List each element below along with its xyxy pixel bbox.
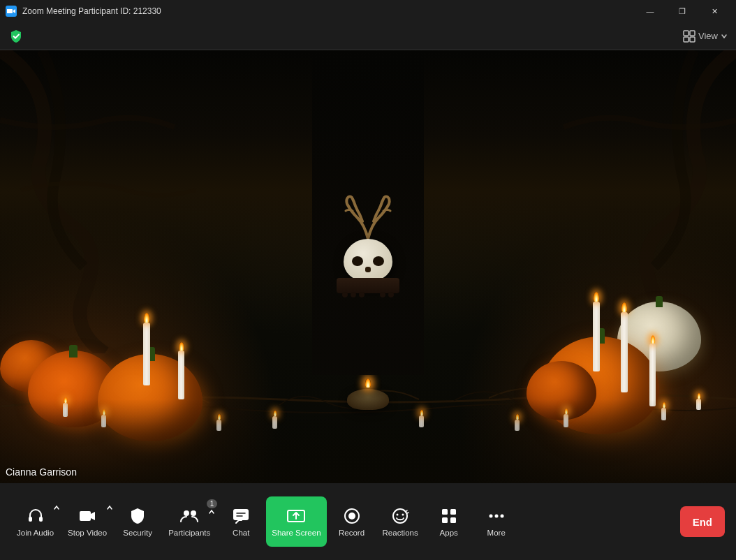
candle-right-tall1 [593,302,600,371]
svg-rect-7 [80,511,91,521]
maximize-button[interactable]: ❐ [666,0,698,22]
record-label: Record [339,529,365,537]
view-label: View [698,31,718,41]
svg-point-16 [348,513,355,520]
view-icon [683,30,695,43]
title-bar-left: Zoom Meeting Participant ID: 212330 [6,6,161,17]
svg-point-25 [494,515,498,518]
security-label: Security [123,529,152,537]
title-bar: Zoom Meeting Participant ID: 212330 — ❐ … [0,0,736,22]
participants-caret[interactable] [206,506,217,517]
join-audio-button[interactable]: Join Audio [11,496,59,547]
svg-point-24 [489,515,492,518]
apps-button[interactable]: Apps [427,496,471,547]
stop-video-caret[interactable] [104,502,115,513]
svg-point-8 [184,510,189,516]
antlers-icon [333,193,403,242]
dots-icon [487,506,506,526]
svg-rect-1 [684,31,689,36]
bottom-toolbar: Join Audio Stop Video [0,483,736,560]
svg-rect-10 [233,509,249,520]
record-button[interactable]: Record [330,496,374,547]
skull [344,239,392,281]
chat-button[interactable]: Chat [219,496,263,547]
stop-video-button[interactable]: Stop Video [62,496,112,547]
apps-icon [439,506,459,526]
chat-label: Chat [233,529,249,537]
emoji-icon [390,506,410,526]
stop-video-label: Stop Video [68,529,107,537]
chevron-down-icon [721,33,728,40]
zoom-logo-icon [6,6,17,17]
share-screen-button[interactable]: Share Screen [266,496,326,547]
hands [337,278,399,293]
join-audio-label: Join Audio [17,529,54,537]
svg-point-18 [397,514,399,516]
ground-fade [0,399,736,483]
share-screen-icon [286,506,306,526]
window-controls: — ❐ ✕ [634,0,730,22]
svg-rect-6 [39,517,43,522]
svg-rect-3 [684,37,689,42]
reactions-label: Reactions [383,529,418,537]
security-button[interactable]: Security [115,496,160,547]
end-button[interactable]: End [680,506,725,537]
toolbar-items: Join Audio Stop Video [11,496,680,547]
reactions-button[interactable]: Reactions [377,496,424,547]
people-icon [179,506,199,526]
participant-name: Cianna Garrison [6,466,77,478]
video-area: Cianna Garrison [0,50,736,483]
svg-rect-22 [442,517,448,523]
meeting-toolbar: View [0,22,736,50]
candle-right-tall3 [649,344,656,406]
svg-rect-4 [690,37,695,42]
svg-point-9 [191,510,196,516]
candle-right-tall2 [621,312,628,392]
view-button[interactable]: View [683,30,728,43]
candle-left-tall [143,323,150,385]
record-icon [342,506,362,526]
minimize-button[interactable]: — [634,0,666,22]
shield-check-icon [8,29,24,44]
svg-rect-21 [450,509,456,515]
window-title: Zoom Meeting Participant ID: 212330 [22,6,161,16]
join-audio-caret[interactable] [51,502,62,513]
video-icon [78,506,97,526]
chat-icon [231,506,251,526]
participants-button[interactable]: Participants 1 [163,496,216,547]
apps-label: Apps [440,529,458,537]
figure-area [263,50,473,375]
svg-point-26 [500,515,503,518]
skull-and-hands [326,239,410,293]
more-label: More [487,529,506,537]
security-indicator [8,29,24,44]
candle-left-medium [178,351,184,399]
more-button[interactable]: More [474,496,519,547]
video-background: Cianna Garrison [0,50,736,483]
participants-label: Participants [168,529,210,537]
svg-point-19 [402,514,404,516]
svg-rect-5 [29,517,32,522]
headphones-icon [26,506,45,526]
svg-rect-23 [450,517,456,523]
share-screen-label: Share Screen [272,529,321,537]
close-button[interactable]: ✕ [698,0,730,22]
security-shield-icon [128,506,147,526]
svg-rect-2 [690,31,695,36]
svg-point-17 [393,509,407,523]
svg-rect-20 [442,509,448,515]
